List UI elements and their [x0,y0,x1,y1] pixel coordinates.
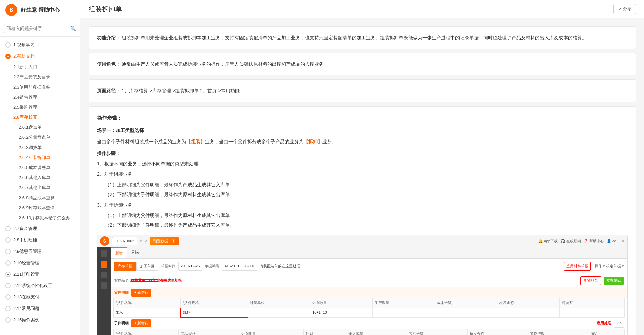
ss-parent-adj [560,308,610,317]
sidebar-item-docs-25[interactable]: 2.5采购管理 [0,102,80,112]
ss-sub-th-5: 实际金额 [407,329,467,335]
ss-sub-th-6: 核发金额 [467,329,528,335]
step2-2: （2）下部明细为子件明细，最终作为原材料生成其它出库单。 [105,190,628,199]
sidebar-item-docs-263[interactable]: 2.6.3调拨单 [0,143,80,153]
ss-annotation3: ↑ 启用处理 [594,320,612,327]
ss-seg-assembly[interactable]: 库存单据 [114,262,136,271]
sidebar-item-docs-269[interactable]: 2.6.9库存账本查询 [0,203,80,213]
sidebar-item-docs-267[interactable]: 2.6.7其他出库单 [0,183,80,193]
ss-bell-icon: 🔔 App下载 [538,238,558,245]
ss-add-row-btn[interactable]: + 新增行 [131,289,151,297]
ss-segment-btns: 库存单据 加工单据 [114,262,158,271]
ss-parent-detail-label: 父件明细 [114,289,129,296]
step3-2: （2）下部明细为子件明细，最终作为产成品生成其它入库单。 [105,221,628,229]
ss-no-input[interactable]: AD-20191226-001 [222,262,257,271]
sidebar-item-docs-265[interactable]: 2.6.5成本调整单 [0,163,80,173]
ss-confirm-btn[interactable]: 立案确认 [604,277,624,285]
sidebar-item-docs-26[interactable]: 2.6库存核算 [0,112,80,122]
ss-parent-unit [248,308,310,317]
ss-preset-btn[interactable]: 预置数据一下 [150,237,179,246]
ss-th-6: 核发金额 [497,298,560,308]
ss-search-label: 货物品名 [114,277,129,284]
ss-annotation1-text: 有装配清单的在这里处理 [260,263,560,270]
ss-seg-disassembly[interactable]: 加工单据 [136,262,158,271]
sidebar-item-video[interactable]: + 1.视频学习 [0,39,80,51]
ss-top-icons: 🔔 App下载 🎧 在线顾问 ❓ 帮助中心 👤 cc [538,238,616,245]
share-icon: ↗ [618,7,622,12]
ss-lower-table-wrap: *子件名称 商品规格 计划用量 计划 未入库量 实际金额 核发金额 替换行数 加 [111,329,627,335]
sidebar-item-docs-28[interactable]: + 2.8手机旺铺 [0,234,80,246]
ss-refresh-icon: ⟳ [145,238,147,244]
ss-upper-table-wrap: *父件名称 *父件规格 计量单位 计划数量 生产数量 成本金额 核发金额 可调整 [111,298,627,318]
sidebar-item-docs-2610[interactable]: 2.6.10库存账本错了怎么办 [0,213,80,223]
ss-upper-table: *父件名称 *父件规格 计量单位 计划数量 生产数量 成本金额 核发金额 可调整 [113,298,625,318]
path-text: 1、库存核算->库存管理->组装拆卸单 2、首页->常用功能 [122,88,240,93]
ss-parent-spec: 规格 [181,308,248,317]
sidebar-item-docs-210[interactable]: + 2.10经营管理 [0,257,80,269]
ss-date-input[interactable]: 2019-12-26 [178,262,202,271]
intro-text: 组装拆卸单用来处理企业组装或拆卸等加工业务，支持有固定装配清单的产品加工业务，也… [122,35,587,40]
sidebar-item-docs-264[interactable]: 2.6.4组装拆卸单 [0,153,80,163]
ss-parent-prod [373,308,435,317]
step2-1: （1）上部明细为父件明细，最终作为产成品生成其它入库单； [105,181,628,189]
ss-logo: 6 [100,236,109,246]
sidebar-item-docs-24[interactable]: 2.4销售管理 [0,92,80,102]
ss-more-btns: 操作 ▾ 核定单据 ▾ [595,263,624,270]
ss-topbar: 6 TEST-H002 ▾ ⟳ 预置数据一下 🔔 App下载 🎧 在线顾问 ❓ … [97,235,627,247]
ss-parent-plan: 10+1=10 [310,308,373,317]
ss-close-icon[interactable]: ✕ [622,238,625,245]
ss-dropdown-icon: ▾ [140,238,142,245]
share-button[interactable]: ↗ 分享 [613,4,636,14]
ss-nav-icon-1 [101,250,107,257]
ss-main-area: 新增 列表 库存单据 加工单据 单据时间 [111,247,627,335]
prefix-icon: + [5,283,11,288]
sidebar-item-docs-23[interactable]: 2.3使用前数据准备 [0,82,80,92]
ss-sub-th-3: 计划 [303,329,346,335]
scenario1-title: 场景一：加工类型选择 [97,126,628,135]
ss-tab-list[interactable]: 列表 [127,247,144,258]
ss-form-row2: 货物品名 共 x 张 货物品名 立案确认 [111,274,627,287]
sidebar-item-docs-266[interactable]: 2.6.6其他入库单 [0,173,80,183]
ss-tab-new[interactable]: 新增 [111,247,127,258]
ss-search-btn[interactable]: 货物品名 [580,276,601,285]
logo-icon: 6 [5,4,17,16]
ss-th-3: 计划数量 [310,298,373,308]
main-content: 功能介绍： 组装拆卸单用来处理企业组装或拆卸等加工业务，支持有固定装配清单的产品… [80,18,644,335]
sidebar-item-docs-261[interactable]: 2.6.1盘点单 [0,122,80,132]
search-icon[interactable]: 🔍 [70,26,76,31]
prefix-icon: + [5,260,11,266]
ss-headset-icon: 🎧 在线顾问 [560,238,581,245]
sidebar-item-docs-21[interactable]: 2.1新手入门 [0,62,80,72]
prefix-icon: + [5,294,11,300]
ss-upper-table-header: 父件明细 + 新增行 [111,287,627,298]
ss-th-0: *父件名称 [114,298,181,308]
ss-user-icon: 👤 cc [607,238,616,245]
sidebar-item-docs-268[interactable]: 2.6.8商品成本重算 [0,193,80,203]
sidebar-item-docs-262[interactable]: 2.6.2分量盘点单 [0,132,80,143]
ss-nav-icon-3 [101,272,107,278]
ss-sub-th-7: 替换行数 [528,329,588,335]
ss-select-bom-btn[interactable]: 选用材料单据 [564,262,591,271]
ss-th-2: 计量单位 [248,298,310,308]
ss-enable-toggle[interactable]: On [614,319,624,328]
sidebar-item-docs-29[interactable]: + 2.9优惠券管理 [0,246,80,257]
prefix-icon: − [5,54,11,59]
role-text: 通常由生产人员或库管人员完成拆装业务的操作，库管人员确认原材料的出库和产成品的入… [122,61,324,67]
sidebar-item-docs-214[interactable]: + 2.14常见问题 [0,303,80,314]
search-input[interactable] [4,24,78,33]
sidebar-item-docs-215[interactable]: + 2.15操作案例 [0,314,80,326]
sidebar-item-docs-27[interactable]: + 2.7资金管理 [0,223,80,234]
ss-parent-cost [435,308,497,317]
step3-1: （1）上部明细为父件明细，最终作为原材料生成其它出库单； [105,211,628,220]
ss-sub-th-1: 商品规格 [178,329,239,335]
sidebar-item-docs-212[interactable]: + 2.12系统个性化设置 [0,280,80,291]
step2: 2、对于组装业务 [97,170,628,178]
ss-add-child-btn[interactable]: + 新增行 [131,319,151,327]
sidebar-item-docs-211[interactable]: + 2.11打印设置 [0,269,80,280]
sidebar-item-docs[interactable]: − 2.帮助文档 [0,51,80,62]
role-card: 使用角色： 通常由生产人员或库管人员完成拆装业务的操作，库管人员确认原材料的出库… [89,53,636,75]
sidebar-item-docs-22[interactable]: 2.2产品安装及登录 [0,72,80,82]
ss-lower-table: *子件名称 商品规格 计划用量 计划 未入库量 实际金额 核发金额 替换行数 加 [113,329,625,335]
sidebar-item-docs-213[interactable]: + 2.13在线支付 [0,291,80,303]
role-label: 使用角色： [97,61,120,67]
